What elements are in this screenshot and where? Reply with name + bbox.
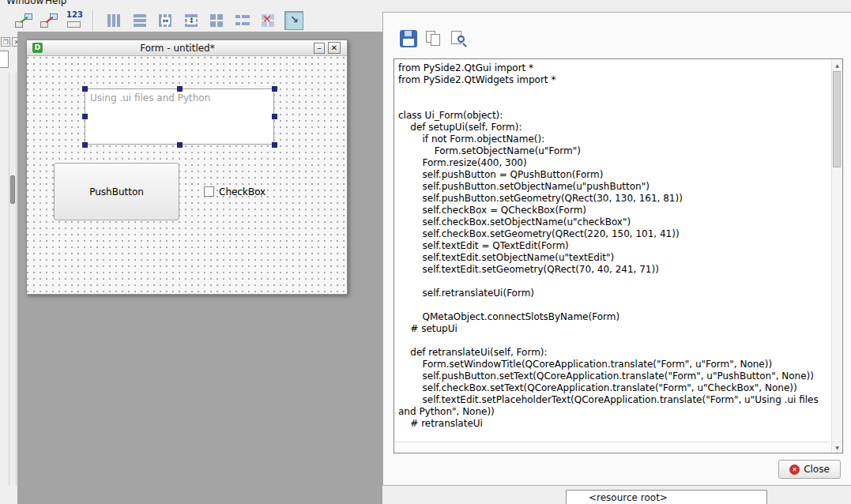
form-window-titlebar[interactable]: D Form - untitled* – ✕	[27, 40, 347, 56]
selection-handle-mid-left[interactable]	[82, 114, 88, 119]
close-circle-icon: ✕	[789, 465, 800, 475]
layout-vertical-splitter-icon[interactable]: ↕	[182, 11, 201, 30]
code-preview-dialog: from PySide2.QtGui import * from PySide2…	[382, 12, 851, 486]
checkbox-label: CheckBox	[219, 186, 265, 197]
layout-grid-icon[interactable]	[207, 11, 226, 30]
form-right-col-shape	[242, 15, 250, 18]
generated-python-code[interactable]: from PySide2.QtGui import * from PySide2…	[395, 60, 830, 441]
resource-browser-fragment: <resource root>	[566, 490, 767, 504]
dock-float-button[interactable]: ❐	[1, 37, 10, 47]
signal-arrow-shape	[21, 17, 28, 23]
copy-icon[interactable]	[425, 30, 442, 47]
save-icon[interactable]	[400, 30, 417, 47]
floppy-label-shape	[403, 39, 414, 46]
code-view[interactable]: from PySide2.QtGui import * from PySide2…	[393, 58, 843, 453]
edit-buddies-icon[interactable]	[40, 11, 58, 30]
menubar: Window Help	[0, 0, 379, 6]
selection-handle-top-mid[interactable]	[177, 86, 183, 92]
h-split-arrow-icon: ↔	[161, 17, 170, 24]
adjust-size-icon[interactable]: ↘	[284, 11, 303, 30]
designer-window-icon: D	[32, 43, 43, 53]
edit-tab-order-icon[interactable]: 123	[65, 11, 84, 30]
menu-window[interactable]: Window	[6, 0, 43, 6]
checkbox-box	[204, 186, 214, 197]
edit-signals-slots-icon[interactable]	[14, 11, 33, 30]
close-dialog-button[interactable]: ✕ Close	[778, 460, 841, 479]
selection-handle-top-left[interactable]	[82, 86, 88, 92]
find-icon[interactable]	[450, 30, 468, 47]
textedit-widget[interactable]: Using .ui files and Python	[85, 88, 274, 145]
magnifier-handle-shape	[462, 43, 467, 47]
floppy-shutter-shape	[405, 31, 412, 36]
widgetbox-scrollbar-thumb[interactable]	[10, 175, 15, 204]
tab-order-123-label: 123	[66, 10, 83, 19]
horizontal-scrollbar[interactable]	[395, 442, 830, 452]
page-shape	[431, 34, 440, 46]
resource-root-item[interactable]: <resource root>	[589, 492, 668, 503]
magnifier-icon	[458, 36, 465, 43]
menu-help[interactable]: Help	[45, 0, 66, 6]
toolbar-separator	[92, 10, 94, 31]
selection-handle-bottom-left[interactable]	[82, 142, 88, 148]
designer-form-window[interactable]: D Form - untitled* – ✕ Using .ui files a…	[26, 39, 348, 295]
red-x-icon: ✕	[262, 13, 272, 25]
layout-form-icon[interactable]	[233, 11, 252, 30]
scroll-down-icon[interactable]: ▼	[832, 442, 842, 452]
buddy-arrow-shape	[46, 17, 54, 23]
close-button[interactable]: ✕	[328, 42, 341, 54]
layout-horizontal-splitter-icon[interactable]: ↔	[156, 11, 175, 30]
pushbutton-label: PushButton	[55, 186, 179, 197]
scrollbar-thumb[interactable]	[833, 71, 841, 167]
grid-shape	[210, 14, 216, 20]
widgetbox-scrollbar[interactable]	[9, 73, 17, 486]
selection-handle-mid-right[interactable]	[272, 114, 277, 119]
break-layout-icon[interactable]: ✕	[258, 11, 277, 30]
textedit-placeholder: Using .ui files and Python	[85, 89, 273, 107]
widgetbox-filter-fragment[interactable]	[0, 51, 9, 68]
selection-handle-bottom-right[interactable]	[272, 142, 277, 148]
minimize-button[interactable]: –	[314, 43, 325, 54]
scroll-up-icon[interactable]: ▲	[832, 60, 842, 70]
layout-horizontally-icon[interactable]	[104, 11, 123, 30]
form-window-title: Form - untitled*	[46, 43, 309, 54]
widget-shape	[67, 21, 81, 28]
close-button-label: Close	[804, 464, 830, 475]
selection-handle-top-right[interactable]	[272, 86, 277, 92]
qt-designer-screen: Window Help ➤ 123 ↔ ↕ ✕	[0, 0, 851, 504]
hbars-shape	[107, 14, 120, 27]
selection-handle-bottom-mid[interactable]	[177, 142, 183, 148]
v-split-arrow-icon: ↕	[187, 17, 196, 24]
dock-float-icon: ❐	[2, 39, 8, 46]
vbars-shape	[134, 14, 146, 27]
layout-vertically-icon[interactable]	[130, 11, 149, 30]
form-left-col-shape	[235, 15, 240, 18]
vertical-scrollbar[interactable]: ▲ ▼	[831, 60, 842, 452]
edit-widgets-icon[interactable]: ➤	[0, 11, 11, 30]
resize-arrow-icon: ↘	[290, 13, 299, 25]
pushbutton-widget[interactable]: PushButton	[54, 163, 179, 220]
